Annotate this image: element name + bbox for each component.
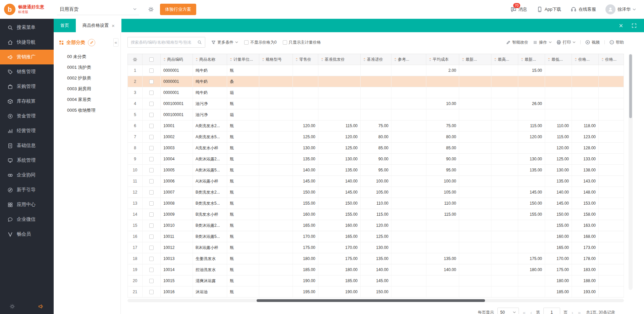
table-row[interactable]: 30000001纯牛奶箱 — [127, 87, 624, 98]
column-settings-button[interactable] — [128, 54, 143, 65]
row-checkbox[interactable] — [149, 201, 154, 206]
sidebar-item-inventory[interactable]: 库存核算 — [0, 94, 54, 109]
sidebar-item-operations[interactable]: 经营管理 — [0, 123, 54, 138]
column-header[interactable]: 最低... — [545, 54, 572, 65]
select-all-checkbox[interactable] — [149, 57, 154, 62]
sidebar-item-marketing[interactable]: 营销推广 — [0, 50, 54, 64]
search-input[interactable] — [131, 40, 197, 45]
column-header[interactable]: 商品编码 — [161, 54, 193, 65]
table-row[interactable]: 710002A类洗发水5...瓶125.00120.0080.0080.0012… — [127, 132, 624, 143]
row-checkbox[interactable] — [149, 223, 154, 228]
row-checkbox[interactable] — [149, 179, 154, 184]
horizontal-scrollbar-thumb[interactable] — [257, 299, 485, 302]
sort-icon[interactable] — [575, 58, 577, 61]
tab-close-icon[interactable]: × — [112, 23, 115, 28]
column-header[interactable]: 最高... — [491, 54, 518, 65]
sidebar-item-guide[interactable]: 新手引导 — [0, 182, 54, 197]
messages-button[interactable]: 70 消息 — [511, 6, 527, 12]
row-checkbox[interactable] — [149, 80, 154, 84]
sort-icon[interactable] — [363, 58, 366, 61]
sort-icon[interactable] — [462, 58, 464, 61]
table-row[interactable]: 20000001纯牛奶条 — [127, 76, 624, 87]
row-checkbox[interactable] — [149, 124, 154, 128]
main-unit-only-checkbox[interactable]: 只显示主计量价格 — [283, 40, 321, 45]
sort-icon[interactable] — [394, 58, 396, 61]
column-header[interactable]: 零售价 — [293, 54, 318, 65]
row-checkbox[interactable] — [149, 68, 154, 73]
online-service-button[interactable]: 在线客服 — [571, 6, 596, 12]
sidebar-item-quick-nav[interactable]: 快捷导航 — [0, 35, 54, 50]
sidebar-item-basic-info[interactable]: 基础信息 — [0, 138, 54, 153]
row-checkbox[interactable] — [149, 91, 154, 95]
table-row[interactable]: 810003A洗发水小样瓶130.00125.0085.0085.00120.0… — [127, 143, 624, 154]
close-all-tabs-icon[interactable] — [619, 23, 624, 28]
checkbox[interactable] — [283, 40, 287, 45]
collapse-panel-button[interactable]: « — [113, 38, 118, 47]
table-row[interactable]: 4000100001油污净瓶10.0026.00 — [127, 98, 624, 109]
row-checkbox[interactable] — [149, 290, 154, 294]
row-checkbox[interactable] — [149, 146, 154, 150]
table-row[interactable]: 5000100001油污净箱 — [127, 109, 624, 120]
sort-icon[interactable] — [230, 58, 232, 61]
per-page-select[interactable]: 50 — [497, 308, 519, 314]
category-item[interactable]: 00 未分类 — [54, 51, 120, 62]
sort-icon[interactable] — [163, 58, 166, 61]
hide-zero-price-checkbox[interactable]: 不显示价格为0 — [244, 40, 277, 45]
sidebar-item-system[interactable]: 系统管理 — [0, 153, 54, 168]
operate-button[interactable]: 操作 — [533, 40, 552, 45]
table-row[interactable]: 1210007B类洗发水2...瓶150.00145.00105.00105.0… — [127, 187, 624, 198]
sort-icon[interactable] — [521, 58, 523, 61]
row-checkbox[interactable] — [149, 268, 154, 272]
app-download-button[interactable]: App下载 — [537, 6, 561, 12]
sort-icon[interactable] — [196, 58, 198, 61]
column-header[interactable]: 计量单位... — [227, 54, 259, 65]
sidebar-item-sales[interactable]: 销售管理 — [0, 64, 54, 79]
column-header[interactable]: 最新... — [459, 54, 491, 65]
sidebar-settings-gear-icon[interactable] — [9, 304, 15, 309]
settings-gear-icon[interactable] — [148, 6, 154, 12]
category-item[interactable]: 0001 洗护类 — [54, 62, 120, 73]
sidebar-item-wecom[interactable]: 企业微信 — [0, 212, 54, 227]
row-checkbox[interactable] — [149, 135, 154, 139]
search-icon[interactable] — [197, 40, 202, 45]
checkbox[interactable] — [244, 40, 249, 45]
table-row[interactable]: 1110006A沐浴露小样瓶145.00140.00100.00100.0013… — [127, 176, 624, 187]
sidebar-item-funds[interactable]: 资金管理 — [0, 109, 54, 123]
video-button[interactable]: 视频 — [585, 40, 600, 45]
table-row[interactable]: 1810013生姜洗发水瓶180.00175.00135.00135.00175… — [127, 253, 624, 264]
sort-icon[interactable] — [296, 58, 298, 61]
column-header[interactable]: 基准进价 — [361, 54, 391, 65]
tab-goods-price-settings[interactable]: 商品价格设置× — [76, 19, 121, 32]
horizontal-scrollbar[interactable] — [127, 299, 624, 302]
category-item[interactable]: 0003 厨房用 — [54, 84, 120, 94]
row-checkbox[interactable] — [149, 212, 154, 217]
tab-home[interactable]: 首页 — [54, 19, 76, 32]
page-number-input[interactable] — [543, 308, 560, 314]
vertical-scrollbar[interactable] — [629, 54, 633, 290]
vertical-scrollbar-thumb[interactable] — [629, 54, 632, 118]
smart-reprice-button[interactable]: 智能改价 — [506, 40, 528, 45]
print-button[interactable]: 打印 — [556, 40, 576, 45]
category-item[interactable]: 0002 护肤类 — [54, 73, 120, 84]
table-row[interactable]: 1710012B沐浴露小样瓶175.00170.00130.00165.0017… — [127, 242, 624, 253]
sort-icon[interactable] — [321, 58, 323, 61]
sidebar-item-member[interactable]: 畅会员 — [0, 227, 54, 242]
column-header[interactable]: 平均成本 — [426, 54, 459, 65]
last-page-button[interactable]: » — [577, 310, 581, 314]
row-checkbox[interactable] — [149, 257, 154, 261]
sort-icon[interactable] — [548, 58, 550, 61]
table-row[interactable]: 10000001纯牛奶瓶2.0015.00 — [127, 65, 624, 76]
sidebar-item-search-menu[interactable]: 搜索菜单 — [0, 20, 54, 35]
sidebar-item-app-center[interactable]: 应用中心 — [0, 197, 54, 212]
table-row[interactable]: 610001A类洗发水2...瓶120.00115.0075.0075.0011… — [127, 120, 624, 132]
column-header[interactable]: 规格型号 — [259, 54, 293, 65]
user-menu[interactable]: 徐泽华 — [605, 4, 641, 14]
table-row[interactable]: 1310008B类洗发水5...瓶155.00150.00110.00110.0… — [127, 198, 624, 209]
column-header[interactable]: 商品名称 — [193, 54, 227, 65]
sidebar-item-purchasing[interactable]: 采购管理 — [0, 79, 54, 94]
category-item[interactable]: 0005 收纳整理 — [54, 105, 120, 116]
row-checkbox[interactable] — [149, 246, 154, 250]
column-header[interactable]: 价格... — [599, 54, 624, 65]
trial-solution-button[interactable]: 体验行业方案 — [160, 4, 196, 15]
sidebar-item-collaboration[interactable]: 企业协同 — [0, 168, 54, 182]
